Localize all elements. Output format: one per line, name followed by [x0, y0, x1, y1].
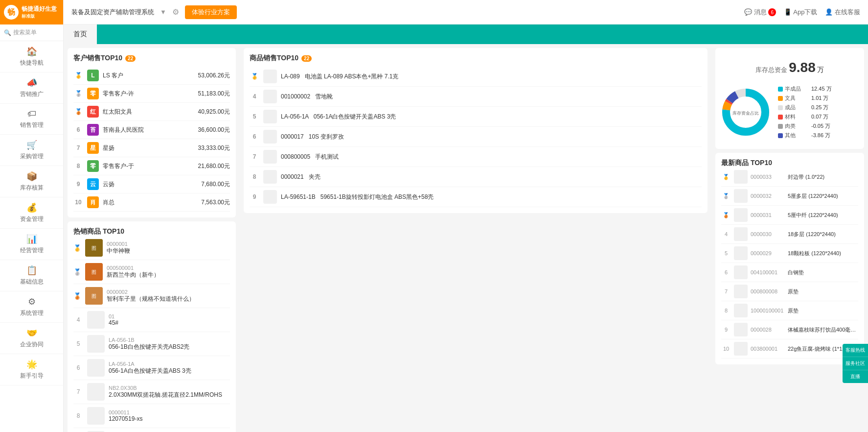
list-item: 🥉 图 0000002 智利车子里（规格不知道填什么）: [73, 284, 230, 308]
settings-icon[interactable]: ⚙: [172, 7, 179, 17]
legend-value: 0.07 万: [811, 113, 828, 120]
msg-area[interactable]: 💬 消息 6: [744, 8, 776, 17]
sidebar-item-marketing[interactable]: 📣 营销推广: [0, 72, 63, 104]
rank-medal: 🥉: [721, 212, 731, 218]
product-rank-card: 商品销售TOP10 22 🥇 LA-089 电池盖 LA-089 ABS本色+黑…: [244, 48, 708, 213]
customer-value: 33,333.00元: [198, 144, 230, 152]
legend-name: 成品: [785, 104, 809, 111]
sidebar-item-inventory[interactable]: 📦 库存核算: [0, 166, 63, 197]
product-thumb: 图: [85, 287, 103, 305]
legend-value: 12.45 万: [811, 85, 832, 93]
table-row: 8 零 零售客户-于 21,680.00元: [73, 157, 230, 175]
product-info: 0000011 12070519-xs: [109, 409, 230, 422]
product-thumb: [734, 265, 748, 279]
sidebar-item-label: 系统管理: [20, 309, 44, 317]
rank-medal: 🥇: [73, 72, 83, 79]
inventory-card: 库存总资金 9.88 万 库存资金占比: [715, 48, 864, 149]
customer-rank-header: 客户销售TOP10 22: [73, 54, 230, 63]
table-row: 🥉 红 红太阳文具 40,925.00元: [73, 103, 230, 121]
rank-num: 9: [250, 193, 259, 200]
customer-name: 零售客户-于: [103, 162, 194, 170]
product-name: 封边带 (1.0*22): [788, 173, 858, 181]
svg-text:图: 图: [91, 269, 96, 275]
list-item: 10 003800001 22g鱼豆腐-烧烤味 (1*12*20): [721, 339, 858, 359]
operation-icon: 📊: [26, 234, 37, 244]
product-thumb: [263, 170, 277, 184]
float-live-btn[interactable]: 直播: [843, 370, 868, 383]
online-service[interactable]: 👤 在线客服: [825, 8, 860, 17]
sidebar-item-guide[interactable]: 🌟 新手引导: [0, 354, 63, 385]
new-products-label: 最新商品 TOP10: [721, 159, 772, 168]
customer-rank-title: 客户销售TOP10 22: [73, 54, 136, 63]
sidebar-item-operation[interactable]: 📊 经营管理: [0, 229, 63, 260]
sidebar-search[interactable]: 🔍 搜索菜单: [0, 24, 63, 41]
product-code: 10000100001: [751, 308, 785, 313]
donut-container: 库存资金占比 半成品 12.45 万 文具 1.01 万: [721, 81, 858, 143]
new-products-title: 最新商品 TOP10: [721, 159, 858, 168]
header: 装备及固定资产辅助管理系统 ▼ ⚙ 体验行业方案 💬 消息 6 📱 App下载 …: [64, 0, 868, 24]
product-name: 新西兰牛肉（新牛）: [107, 271, 230, 279]
search-icon: 🔍: [4, 29, 11, 36]
sidebar-item-system[interactable]: ⚙ 系统管理: [0, 291, 63, 323]
legend-item: 材料 0.07 万: [778, 113, 832, 120]
product-info: LA-056-1A 056-1A白色按键开关盖ABS 3壳: [109, 361, 230, 375]
new-products-list: 🥇 0000033 封边带 (1.0*22) 🥈 0000032 5厘多层 (1…: [721, 168, 858, 359]
sidebar-item-finance[interactable]: 💰 资金管理: [0, 197, 63, 229]
dropdown-icon[interactable]: ▼: [160, 8, 166, 16]
avatar: 星: [87, 142, 99, 154]
legend-name: 半成品: [785, 85, 809, 93]
inventory-total: 库存总资金 9.88 万: [721, 54, 858, 81]
avatar: L: [87, 70, 99, 81]
trial-button[interactable]: 体验行业方案: [185, 5, 237, 19]
product-thumb: [87, 359, 105, 377]
product-code: 000800008: [751, 288, 785, 294]
list-item: 5 LA-056-1B 056-1B白色按键开关壳ABS2壳: [73, 332, 230, 356]
inventory-value: 9.88: [789, 60, 816, 75]
customer-name: 零售客户-许: [103, 90, 194, 98]
sidebar-item-quick-nav[interactable]: 🏠 快捷导航: [0, 41, 63, 72]
product-name: 45#: [109, 319, 230, 326]
sidebar-item-label: 基础信息: [20, 278, 44, 286]
legend-item: 肉类 -0.05 万: [778, 122, 832, 130]
rank-medal: 🥈: [73, 90, 83, 97]
product-rank-title: 商品销售TOP10 22: [250, 54, 312, 63]
legend-color: [778, 105, 783, 110]
product-code: 0000031: [751, 212, 785, 218]
rank-num: 8: [250, 173, 259, 180]
product-name: 056-1B白色按键开关壳ABS2壳: [109, 343, 230, 351]
sidebar-item-enterprise[interactable]: 🤝 企业协同: [0, 323, 63, 354]
legend-value: -3.86 万: [811, 132, 830, 139]
sidebar-item-label: 资金管理: [20, 215, 44, 223]
rank-num: 6: [73, 126, 83, 133]
table-row: 6 0000017 10S 变刹罗孜: [250, 127, 702, 147]
product-thumb: [87, 311, 105, 329]
rank-num: 9: [73, 181, 83, 188]
table-row: 4 001000002 雪地靴: [250, 87, 702, 107]
sidebar-item-sales[interactable]: 🏷 销售管理: [0, 104, 63, 135]
legend-item: 半成品 12.45 万: [778, 85, 832, 93]
tab-home[interactable]: 首页: [64, 24, 97, 44]
donut-chart: 库存资金占比: [721, 88, 770, 137]
product-thumb: [734, 189, 748, 203]
float-service-btn[interactable]: 客服热线: [843, 344, 868, 357]
float-community-btn[interactable]: 服务社区: [843, 357, 868, 370]
customer-rank-badge: 22: [125, 55, 136, 62]
purchase-icon: 🛒: [26, 140, 37, 150]
customer-name: 苔南县人民医院: [103, 126, 194, 134]
product-name: 2.0X30MM双搓花轴.搓花直径2.1MM/ROHS: [109, 391, 230, 399]
product-thumb: [734, 342, 748, 356]
sidebar-item-basics[interactable]: 📋 基础信息: [0, 260, 63, 291]
customer-value: 21,680.00元: [198, 162, 230, 170]
product-code: 0000002: [107, 289, 230, 295]
customer-value: 51,183.00元: [198, 90, 230, 98]
legend-color: [778, 87, 783, 92]
rank-medal: 🥈: [73, 268, 81, 276]
rank-num: 4: [250, 93, 259, 100]
app-download[interactable]: 📱 App下载: [784, 8, 817, 17]
customer-value: 7,563.00元: [201, 198, 230, 207]
product-info: 0000002 智利车子里（规格不知道填什么）: [107, 289, 230, 303]
sidebar-item-purchase[interactable]: 🛒 采购管理: [0, 135, 63, 166]
new-products-card: 最新商品 TOP10 🥇 0000033 封边带 (1.0*22) 🥈 0000…: [715, 153, 864, 364]
list-item: 8 0000011 12070519-xs: [73, 404, 230, 428]
product-code: 0000030: [751, 231, 785, 237]
